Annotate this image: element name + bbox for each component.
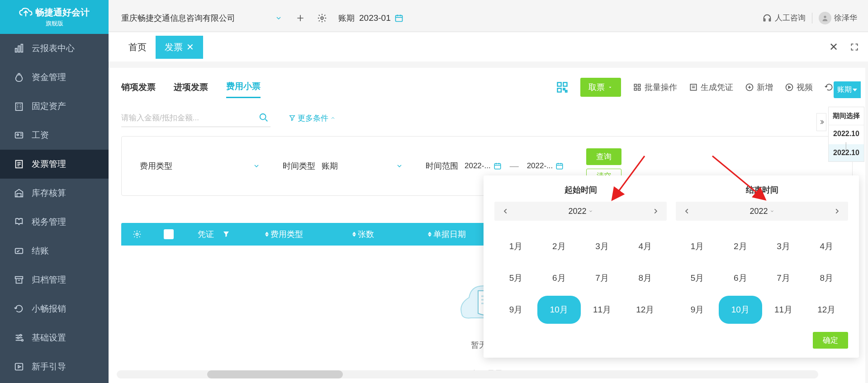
tab-home[interactable]: 首页 [119,36,156,59]
warehouse-icon [14,188,24,199]
start-calendar: 起始时间 2022 1月 2月 3月 4月 5月 6月 7月 8月 9月 10月… [494,184,667,324]
next-year-button[interactable] [832,206,842,216]
column-voucher[interactable]: 凭证 [185,229,243,240]
month-option[interactable]: 5月 [676,264,719,292]
svg-rect-18 [558,88,561,92]
month-option[interactable]: 4月 [805,232,848,260]
end-date-input[interactable]: 2022-... [527,161,564,170]
period-badge[interactable]: 账期 [834,81,861,98]
sidebar-item-settings[interactable]: 基础设置 [0,323,109,352]
gear-icon [133,230,142,239]
scrollbar-thumb[interactable] [207,370,343,378]
get-invoice-button[interactable]: 取票 [580,78,621,97]
help-link[interactable]: 人工咨询 [762,13,806,23]
video-button[interactable]: 视频 [785,82,813,93]
year-selector[interactable]: 2022 [749,207,774,216]
column-count[interactable]: 张数 [325,229,402,240]
caret-down-icon [853,88,857,92]
tab-invoice[interactable]: 发票 ✕ [156,36,203,59]
start-calendar-title: 起始时间 [494,184,667,195]
sidebar-item-tax[interactable]: 税务管理 [0,208,109,236]
expense-type-select[interactable] [179,158,260,174]
sort-icon [352,232,356,237]
sidebar-item-funds[interactable]: 资金管理 [0,63,109,92]
search-button[interactable] [259,113,269,123]
column-expense-type[interactable]: 费用类型 [243,229,325,240]
month-option[interactable]: 6月 [719,264,762,292]
month-option[interactable]: 7月 [762,264,805,292]
month-option[interactable]: 3月 [762,232,805,260]
sidebar-item-close-books[interactable]: 结账 [0,236,109,265]
play-square-icon [14,361,24,372]
subtab-output-invoice[interactable]: 销项发票 [121,77,156,98]
time-type-label: 时间类型 [283,161,315,171]
select-all-checkbox[interactable] [153,229,185,239]
settings-button[interactable] [313,9,331,27]
search-input[interactable] [121,109,270,127]
sidebar-item-inventory[interactable]: 库存核算 [0,179,109,208]
divider [812,13,812,24]
month-option[interactable]: 12月 [624,296,667,324]
sidebar-item-archive[interactable]: 归档管理 [0,265,109,294]
confirm-button[interactable]: 确定 [813,332,848,349]
next-year-button[interactable] [650,206,660,216]
period-from[interactable]: 2022.10 [829,125,864,142]
month-option[interactable]: 6月 [537,264,580,292]
month-option[interactable]: 9月 [676,296,719,324]
year-selector[interactable]: 2022 [568,207,593,216]
sidebar-item-label: 资金管理 [32,71,66,83]
add-button[interactable] [291,9,309,27]
collapse-side-panel[interactable] [816,113,826,131]
month-option[interactable]: 12月 [805,296,848,324]
column-doc-date[interactable]: 单据日期 [402,229,492,240]
column-settings[interactable] [121,230,153,239]
sidebar-item-guide[interactable]: 新手引导 [0,352,109,381]
month-option[interactable]: 11月 [762,296,805,324]
chevron-down-icon [588,209,593,213]
prev-year-button[interactable] [682,206,692,216]
sidebar-item-reimburse[interactable]: 小畅报销 [0,294,109,323]
qr-code-icon[interactable] [556,81,569,94]
list-icon [633,83,642,92]
sort-icon [265,232,269,237]
search-button[interactable]: 查询 [586,148,621,165]
month-option[interactable]: 1月 [676,232,719,260]
close-all-button[interactable]: ✕ [824,37,844,57]
company-selector[interactable]: 重庆畅捷交通信息咨询有限公司 [116,9,288,27]
month-option[interactable]: 10月 [719,296,762,324]
month-option[interactable]: 9月 [494,296,537,324]
month-option[interactable]: 11月 [581,296,624,324]
more-filters-toggle[interactable]: 更多条件 [289,113,336,123]
month-option[interactable]: 2月 [719,232,762,260]
month-option[interactable]: 1月 [494,232,537,260]
play-circle-icon [785,83,794,92]
month-option[interactable]: 7月 [581,264,624,292]
month-option[interactable]: 5月 [494,264,537,292]
fullscreen-button[interactable] [845,39,863,55]
subtab-input-invoice[interactable]: 进项发票 [174,77,208,98]
month-option[interactable]: 2月 [537,232,580,260]
time-type-select[interactable]: 账期 [322,158,403,174]
month-option[interactable]: 8月 [624,264,667,292]
start-date-input[interactable]: 2022-... [465,161,502,170]
prev-year-button[interactable] [501,206,511,216]
month-option[interactable]: 8月 [805,264,848,292]
sidebar-item-reports[interactable]: 云报表中心 [0,34,109,63]
sidebar-item-invoice[interactable]: 发票管理 [0,150,109,179]
close-icon[interactable]: ✕ [186,42,194,52]
svg-point-15 [824,15,826,18]
batch-ops-button[interactable]: 批量操作 [633,82,677,93]
gen-voucher-button[interactable]: 生成凭证 [689,82,733,93]
user-menu[interactable]: 徐泽华 [819,12,857,24]
horizontal-scrollbar[interactable] [117,370,818,378]
add-new-button[interactable]: 新增 [745,82,773,93]
sidebar-item-salary[interactable]: 工资 [0,121,109,150]
subtab-expense-receipt[interactable]: 费用小票 [226,76,261,98]
sidebar-item-fixed-assets[interactable]: 固定资产 [0,92,109,121]
date-range-picker: 起始时间 2022 1月 2月 3月 4月 5月 6月 7月 8月 9月 10月… [484,175,859,358]
month-option[interactable]: 4月 [624,232,667,260]
svg-rect-28 [557,164,563,169]
month-option[interactable]: 10月 [537,296,580,324]
month-option[interactable]: 3月 [581,232,624,260]
period-value[interactable]: 2023-01 [359,13,403,23]
